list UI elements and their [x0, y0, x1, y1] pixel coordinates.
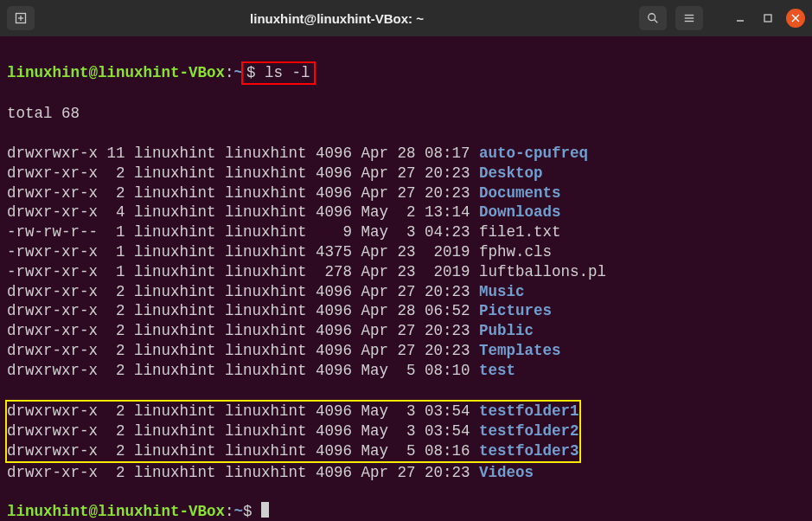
listing-row: drwxr-xr-x 2 linuxhint linuxhint 4096 Ap…	[7, 463, 805, 483]
maximize-button[interactable]	[758, 9, 777, 28]
listing-row: drwxr-xr-x 2 linuxhint linuxhint 4096 Ap…	[7, 321, 805, 341]
listing-row: drwxr-xr-x 2 linuxhint linuxhint 4096 Ap…	[7, 341, 805, 361]
hamburger-icon	[683, 12, 695, 24]
search-icon	[647, 12, 659, 24]
listing-row: drwxr-xr-x 2 linuxhint linuxhint 4096 Ap…	[7, 301, 805, 321]
new-tab-icon	[14, 11, 28, 25]
close-button[interactable]	[786, 9, 805, 28]
maximize-icon	[763, 13, 773, 23]
window-title: linuxhint@linuxhint-VBox: ~	[42, 11, 632, 26]
svg-line-4	[655, 20, 658, 23]
prompt-line-2: linuxhint@linuxhint-VBox:~$	[7, 502, 805, 521]
listing-row: drwxr-xr-x 2 linuxhint linuxhint 4096 Ap…	[7, 164, 805, 183]
listing-row: drwxrwxr-x 11 linuxhint linuxhint 4096 A…	[7, 144, 805, 164]
command-highlight: $ ls -l	[241, 61, 316, 85]
file-name: Templates	[479, 342, 561, 359]
file-name: testfolder1	[479, 402, 579, 420]
listing-block: drwxrwxr-x 11 linuxhint linuxhint 4096 A…	[7, 144, 805, 381]
file-name: testfolder3	[479, 442, 579, 460]
total-line: total 68	[7, 104, 805, 124]
cursor	[261, 502, 269, 518]
command-text: ls -l	[265, 64, 310, 81]
minimize-icon	[735, 13, 745, 23]
file-name: Desktop	[479, 164, 543, 182]
file-name: luftballons.pl	[479, 263, 606, 280]
listing-row: drwxr-xr-x 2 linuxhint linuxhint 4096 Ap…	[7, 282, 805, 302]
svg-rect-9	[764, 15, 771, 22]
file-name: Pictures	[479, 302, 552, 319]
file-name: Documents	[479, 184, 561, 202]
minimize-button[interactable]	[731, 9, 750, 28]
listing-row: -rw-rw-r-- 1 linuxhint linuxhint 9 May 3…	[7, 222, 805, 242]
file-name: Public	[479, 322, 534, 339]
svg-point-3	[649, 14, 655, 21]
file-name: file1.txt	[479, 223, 561, 241]
close-icon	[791, 14, 800, 23]
file-name: auto-cpufreq	[479, 145, 588, 162]
listing-row: -rwxr-xr-x 1 linuxhint linuxhint 4375 Ap…	[7, 242, 805, 262]
file-name: testfolder2	[479, 422, 579, 440]
listing-row: drwxrwxr-x 2 linuxhint linuxhint 4096 Ma…	[7, 441, 579, 461]
prompt-line-1: linuxhint@linuxhint-VBox:~$ ls -l	[7, 61, 805, 85]
prompt-user-host: linuxhint@linuxhint-VBox	[7, 64, 225, 81]
file-name: Videos	[479, 464, 534, 481]
listing-after-block: drwxr-xr-x 2 linuxhint linuxhint 4096 Ap…	[7, 463, 805, 483]
new-tab-button[interactable]	[7, 6, 35, 30]
listing-row: drwxr-xr-x 2 linuxhint linuxhint 4096 Ap…	[7, 183, 805, 203]
listing-row: -rwxr-xr-x 1 linuxhint linuxhint 278 Apr…	[7, 262, 805, 282]
file-name: Music	[479, 283, 525, 300]
listing-row: drwxrwxr-x 2 linuxhint linuxhint 4096 Ma…	[7, 402, 579, 421]
listing-row: drwxrwxr-x 2 linuxhint linuxhint 4096 Ma…	[7, 421, 579, 441]
titlebar: linuxhint@linuxhint-VBox: ~	[0, 0, 812, 36]
file-name: test	[479, 362, 515, 379]
menu-button[interactable]	[675, 6, 703, 30]
highlighted-rows: drwxrwxr-x 2 linuxhint linuxhint 4096 Ma…	[5, 400, 581, 462]
listing-row: drwxrwxr-x 2 linuxhint linuxhint 4096 Ma…	[7, 361, 805, 381]
listing-row: drwxr-xr-x 4 linuxhint linuxhint 4096 Ma…	[7, 203, 805, 222]
terminal-output[interactable]: linuxhint@linuxhint-VBox:~$ ls -l total …	[0, 36, 812, 521]
file-name: Downloads	[479, 203, 561, 221]
search-button[interactable]	[639, 6, 667, 30]
file-name: fphw.cls	[479, 243, 552, 260]
